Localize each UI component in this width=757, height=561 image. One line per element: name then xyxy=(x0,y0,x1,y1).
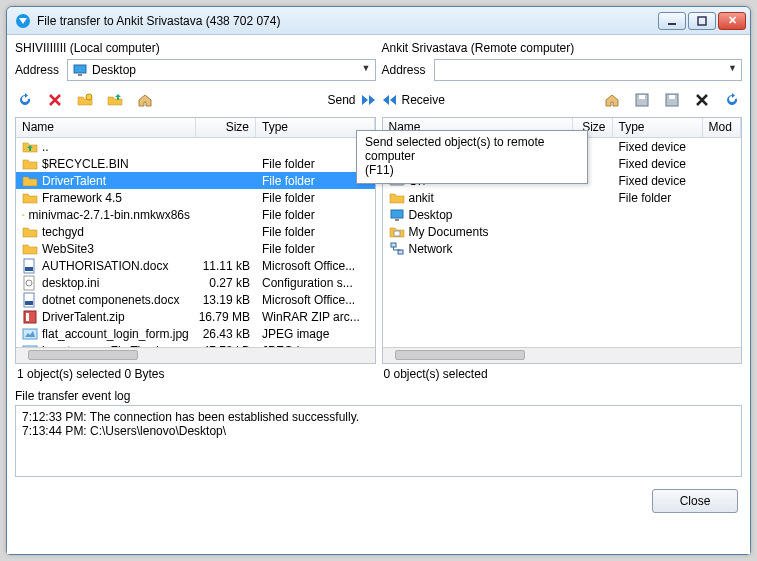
cell-type: File folder xyxy=(256,191,375,205)
cell-type: Microsoft Office... xyxy=(256,259,375,273)
app-icon xyxy=(15,13,31,29)
cell-type: WinRAR ZIP arc... xyxy=(256,310,375,324)
table-row[interactable]: $RECYCLE.BINFile folder xyxy=(16,155,375,172)
delete-icon xyxy=(694,92,710,108)
table-row[interactable]: ankitFile folder xyxy=(383,189,742,206)
log-label: File transfer event log xyxy=(15,389,742,403)
local-file-list: Name Size Type ..$RECYCLE.BINFile folder… xyxy=(15,117,376,364)
cell-name: Desktop xyxy=(383,207,573,223)
folder-icon xyxy=(22,173,38,189)
table-row[interactable]: techgydFile folder xyxy=(16,223,375,240)
col-name[interactable]: Name xyxy=(16,118,196,137)
cell-size: 16.79 MB xyxy=(196,310,256,324)
cell-name: Framework 4.5 xyxy=(16,190,196,206)
col-mod[interactable]: Mod xyxy=(703,118,742,137)
table-row[interactable]: flat_account_login_form.jpg26.43 kBJPEG … xyxy=(16,325,375,342)
send-button[interactable]: Send xyxy=(327,92,375,108)
cell-type: File folder xyxy=(256,208,375,222)
log-box[interactable]: 7:12:33 PM: The connection has been esta… xyxy=(15,405,742,477)
local-toolbar: Send xyxy=(15,87,376,113)
delete-icon xyxy=(47,92,63,108)
table-row[interactable]: My Documents xyxy=(383,223,742,240)
table-row[interactable]: .. xyxy=(16,138,375,155)
new-folder-icon xyxy=(77,92,93,108)
send-icon xyxy=(360,92,376,108)
folder-icon xyxy=(22,190,38,206)
table-row[interactable]: minivmac-2.7.1-bin.nmkwx86sFile folder xyxy=(16,206,375,223)
remote-hscroll[interactable] xyxy=(383,347,742,363)
cell-name: flat_account_login_form.jpg xyxy=(16,326,196,342)
table-row[interactable]: Framework 4.5File folder xyxy=(16,189,375,206)
table-row[interactable]: Network xyxy=(383,240,742,257)
cell-type: Microsoft Office... xyxy=(256,293,375,307)
table-row[interactable]: desktop.ini0.27 kBConfiguration s... xyxy=(16,274,375,291)
cell-size: 11.11 kB xyxy=(196,259,256,273)
home-button[interactable] xyxy=(135,90,155,110)
table-row[interactable]: dotnet componenets.docx13.19 kBMicrosoft… xyxy=(16,291,375,308)
local-hscroll[interactable] xyxy=(16,347,375,363)
local-pane-title: SHIVIIIIIII (Local computer) xyxy=(15,41,376,55)
folder-icon xyxy=(22,156,38,172)
cell-name: WebSite3 xyxy=(16,241,196,257)
cell-type: File folder xyxy=(613,191,703,205)
svg-rect-20 xyxy=(698,17,706,25)
local-columns[interactable]: Name Size Type xyxy=(16,118,375,138)
log-line: 7:12:33 PM: The connection has been esta… xyxy=(22,410,735,424)
local-status: 1 object(s) selected 0 Bytes xyxy=(15,364,376,381)
ini-icon xyxy=(22,275,38,291)
app-window: File transfer to Ankit Srivastava (438 7… xyxy=(6,6,751,555)
new-folder-button[interactable] xyxy=(75,90,95,110)
zip-icon xyxy=(22,309,38,325)
remote-address-combo[interactable]: ▼ xyxy=(434,59,743,81)
cell-type: Configuration s... xyxy=(256,276,375,290)
maximize-button[interactable] xyxy=(688,12,716,30)
cell-name: dotnet componenets.docx xyxy=(16,292,196,308)
table-row[interactable]: Desktop xyxy=(383,206,742,223)
remote-home-button[interactable] xyxy=(602,90,622,110)
scroll-thumb[interactable] xyxy=(28,350,138,360)
remote-delete-button[interactable] xyxy=(692,90,712,110)
docx-icon xyxy=(22,258,38,274)
save-icon xyxy=(664,92,680,108)
remote-save2-button[interactable] xyxy=(662,90,682,110)
cell-name: My Documents xyxy=(383,224,573,240)
table-row[interactable]: DriverTalent.zip16.79 MBWinRAR ZIP arc..… xyxy=(16,308,375,325)
remote-save-button[interactable] xyxy=(632,90,652,110)
network-icon xyxy=(389,241,405,257)
scroll-thumb[interactable] xyxy=(395,350,525,360)
delete-button[interactable] xyxy=(45,90,65,110)
table-row[interactable]: WebSite3File folder xyxy=(16,240,375,257)
titlebar[interactable]: File transfer to Ankit Srivastava (438 7… xyxy=(7,7,750,35)
remote-refresh-button[interactable] xyxy=(722,90,742,110)
receive-button[interactable]: Receive xyxy=(382,92,445,108)
close-window-button[interactable]: ✕ xyxy=(718,12,746,30)
col-type[interactable]: Type xyxy=(613,118,703,137)
docx-icon xyxy=(22,292,38,308)
minimize-button[interactable] xyxy=(658,12,686,30)
close-button[interactable]: Close xyxy=(652,489,738,513)
cell-name: Network xyxy=(383,241,573,257)
cell-type: Fixed device xyxy=(613,157,703,171)
refresh-button[interactable] xyxy=(15,90,35,110)
mydocs-icon xyxy=(389,224,405,240)
jpg-icon xyxy=(22,326,38,342)
table-row[interactable]: DriverTalentFile folder xyxy=(16,172,375,189)
cell-type: JPEG image xyxy=(256,327,375,341)
cell-size: 26.43 kB xyxy=(196,327,256,341)
local-address-combo[interactable]: Desktop ▼ xyxy=(67,59,376,81)
svg-rect-19 xyxy=(668,23,676,25)
remote-toolbar: Receive xyxy=(382,87,743,113)
receive-icon xyxy=(382,92,398,108)
remote-address-label: Address xyxy=(382,63,428,77)
home-icon xyxy=(137,92,153,108)
parent-folder-button[interactable] xyxy=(105,90,125,110)
cell-name: desktop.ini xyxy=(16,275,196,291)
cell-type: File folder xyxy=(256,242,375,256)
col-size[interactable]: Size xyxy=(196,118,256,137)
desktop-icon xyxy=(72,62,88,78)
cell-type: File folder xyxy=(256,225,375,239)
table-row[interactable]: AUTHORISATION.docx11.11 kBMicrosoft Offi… xyxy=(16,257,375,274)
cell-name: .. xyxy=(16,139,196,155)
send-tooltip: Send selected object(s) to remote comput… xyxy=(356,130,588,184)
refresh-icon xyxy=(17,92,33,108)
